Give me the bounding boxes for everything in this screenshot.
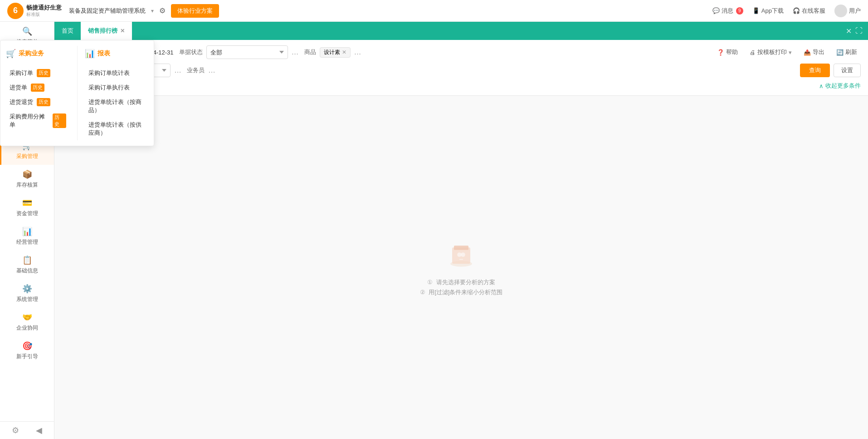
query-section: 查询 设置 — [800, 64, 861, 77]
empty-state: ① 请先选择要分析的方案 ② 用[过滤]条件来缩小分析范围 — [54, 96, 868, 439]
refresh-label: 刷新 — [845, 48, 857, 56]
industry-button[interactable]: 体验行业方案 — [171, 4, 219, 18]
sidebar-item-label: 库存核算 — [16, 181, 38, 189]
top-header: 6 畅捷通好生意 标准版 装备及固定资产辅助管理系统 ▾ ⚙ 体验行业方案 💬 … — [0, 0, 868, 22]
filter-area: 近7天 更多 自定义 | 2024-12-31 单据状态 全部 … 商品 设计素 — [54, 40, 868, 96]
user-avatar — [834, 5, 847, 17]
tab-close-icon[interactable]: ✕ — [120, 28, 125, 34]
sidebar-item-label: 资金管理 — [16, 210, 38, 217]
voucher-status-more-icon[interactable]: … — [292, 48, 299, 56]
dropdown-item-receipt-stats-supplier[interactable]: 进货单统计表（按供应商） — [85, 118, 149, 140]
receipt-stats-goods-label: 进货单统计表（按商品） — [88, 98, 145, 114]
dropdown-sections: 🛒 采购业务 采购订单 历史 进货单 历史 进货退货 历史 采购费用分摊单 历史 — [0, 46, 154, 140]
report-section-title: 📊 报表 — [85, 46, 149, 61]
help-button[interactable]: ❓ 帮助 — [713, 46, 741, 58]
sidebar-item-basic-info[interactable]: 📋 基础信息 — [0, 251, 54, 279]
sidebar-item-system[interactable]: ⚙️ 系统管理 — [0, 279, 54, 308]
voucher-status-select[interactable]: 全部 — [206, 45, 288, 59]
tab-bar: 首页 销售排行榜 ✕ ✕ ⛶ — [54, 22, 868, 40]
inventory-icon: 📦 — [22, 169, 32, 179]
collapse-button[interactable]: ∧ 收起更多条件 — [819, 82, 861, 90]
settings-button[interactable]: 设置 — [834, 64, 861, 77]
report-section-icon: 📊 — [85, 49, 95, 59]
dropdown-item-goods-receipt[interactable]: 进货单 历史 — [6, 80, 70, 95]
toolbar-row: 近7天 更多 自定义 | 2024-12-31 单据状态 全部 … 商品 设计素 — [62, 45, 861, 59]
dropdown-item-receipt-stats-goods[interactable]: 进货单统计表（按商品） — [85, 95, 149, 118]
svg-rect-2 — [454, 246, 468, 250]
goods-tag-close[interactable]: ✕ — [342, 49, 346, 55]
refresh-button[interactable]: 🔄 刷新 — [833, 46, 861, 58]
salesperson-more-icon[interactable]: … — [208, 66, 215, 74]
sidebar-item-finance[interactable]: 💳 资金管理 — [0, 193, 54, 222]
dropdown-item-order-exec[interactable]: 采购订单执行表 — [85, 80, 149, 95]
header-right: 💬 消息 9 📱 App下载 🎧 在线客服 用户 — [712, 5, 861, 17]
print-dropdown-icon[interactable]: ▾ — [789, 49, 792, 56]
empty-line2: ② 用[过滤]条件来缩小分析范围 — [420, 288, 503, 296]
logo-icon: 6 — [7, 3, 24, 19]
export-button[interactable]: 📤 导出 — [800, 46, 828, 58]
history-badge-1: 历史 — [31, 84, 44, 91]
tab-expand-icon[interactable]: ⛶ — [855, 27, 863, 35]
dropdown-item-expense-alloc[interactable]: 采购费用分摊单 历史 — [6, 109, 70, 132]
goods-label: 商品 — [304, 48, 316, 56]
logo-text: 畅捷通好生意 标准版 — [26, 4, 62, 18]
purchase-section: 🛒 采购业务 采购订单 历史 进货单 历史 进货退货 历史 采购费用分摊单 历史 — [0, 46, 75, 140]
history-badge-3: 历史 — [53, 113, 66, 128]
salesperson-section: 业务员 … — [187, 66, 215, 74]
filter-row-2: 排名项目 金额 … 业务员 … 查询 设置 — [62, 64, 861, 77]
sidebar-item-label: 系统管理 — [16, 296, 38, 303]
message-action[interactable]: 💬 消息 9 — [712, 7, 743, 15]
goods-tag-value: 设计素 — [324, 49, 340, 56]
user-action[interactable]: 用户 — [834, 5, 861, 17]
purchase-order-label: 采购订单 — [10, 69, 33, 77]
system-settings-icon[interactable]: ⚙ — [159, 6, 166, 15]
goods-more-icon[interactable]: … — [354, 48, 361, 56]
refresh-icon: 🔄 — [836, 49, 844, 56]
sidebar-item-cooperation[interactable]: 🤝 企业协同 — [0, 308, 54, 336]
dropdown-item-goods-return[interactable]: 进货退货 历史 — [6, 95, 70, 109]
sidebar-item-operation[interactable]: 📊 经营管理 — [0, 222, 54, 251]
report-section: 📊 报表 采购订单统计表 采购订单执行表 进货单统计表（按商品） 进货单统计表（… — [79, 46, 154, 140]
sidebar-item-label: 新手引导 — [16, 353, 38, 360]
sidebar-item-label: 企业协同 — [16, 324, 38, 332]
empty-text: ① 请先选择要分析的方案 ② 用[过滤]条件来缩小分析范围 — [420, 278, 503, 298]
query-button[interactable]: 查询 — [800, 64, 830, 77]
help-icon: ❓ — [717, 49, 724, 56]
tab-sales-ranking[interactable]: 销售排行榜 ✕ — [81, 22, 132, 40]
receipt-stats-supplier-label: 进货单统计表（按供应商） — [88, 121, 145, 137]
sidebar-item-inventory[interactable]: 📦 库存核算 — [0, 165, 54, 193]
header-center: 装备及固定资产辅助管理系统 ▾ ⚙ 体验行业方案 — [69, 4, 712, 18]
history-badge-0: 历史 — [37, 69, 50, 77]
goods-tag: 设计素 ✕ — [320, 47, 351, 58]
help-label: 帮助 — [726, 48, 738, 56]
sidebar-item-label: 基础信息 — [16, 267, 38, 275]
collapse-section: ∧ 收起更多条件 — [819, 82, 861, 90]
online-service-label: 在线客服 — [802, 7, 825, 15]
message-label: 消息 — [722, 7, 733, 15]
sidebar-collapse-icon[interactable]: ◀ — [36, 425, 42, 435]
purchase-section-icon: 🛒 — [6, 49, 16, 59]
search-icon: 🔍 — [22, 26, 32, 36]
system-dropdown-icon[interactable]: ▾ — [151, 8, 154, 14]
sidebar-settings-icon[interactable]: ⚙ — [12, 425, 19, 435]
tab-home[interactable]: 首页 — [54, 22, 81, 40]
app-download-action[interactable]: 📱 App下载 — [752, 7, 784, 15]
order-exec-label: 采购订单执行表 — [88, 84, 130, 92]
ranking-more-icon[interactable]: … — [174, 66, 181, 74]
main-content: 首页 销售排行榜 ✕ ✕ ⛶ 近7天 更多 自定义 | 2024-12-31 单… — [54, 22, 868, 439]
filter-row-3: 客户 … ∧ 收起更多条件 — [62, 82, 861, 90]
dropdown-item-purchase-order[interactable]: 采购订单 历史 — [6, 66, 70, 80]
sidebar-item-guide[interactable]: 🎯 新手引导 — [0, 336, 54, 365]
tab-close-all-icon[interactable]: ✕ — [846, 27, 852, 35]
sidebar-bottom: ⚙ ◀ — [0, 421, 54, 439]
print-button[interactable]: 🖨 按模板打印 ▾ — [746, 46, 795, 58]
dropdown-section-divider — [77, 46, 78, 140]
voucher-status-section: 单据状态 全部 … — [179, 45, 299, 59]
svg-point-4 — [461, 252, 465, 257]
headset-icon: 🎧 — [793, 7, 800, 14]
report-section-label: 报表 — [98, 49, 110, 58]
purchase-dropdown-menu: 🛒 采购业务 采购订单 历史 进货单 历史 进货退货 历史 采购费用分摊单 历史 — [0, 40, 154, 146]
sidebar-item-label: 采购管理 — [16, 153, 38, 160]
online-service-action[interactable]: 🎧 在线客服 — [793, 7, 825, 15]
dropdown-item-order-stats[interactable]: 采购订单统计表 — [85, 66, 149, 80]
